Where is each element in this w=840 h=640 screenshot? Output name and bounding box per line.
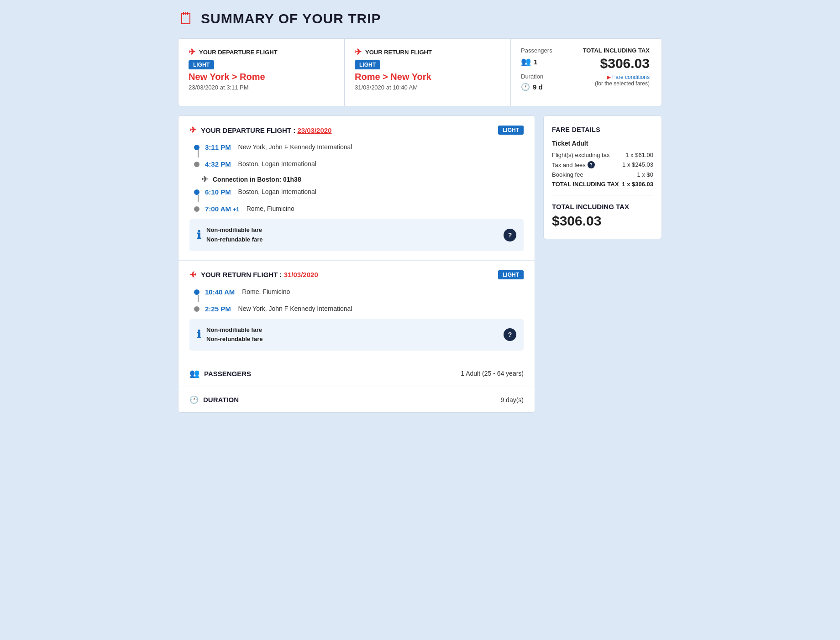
dep-place-1: New York, John F Kennedy International [236, 143, 352, 151]
ret-stop-1: 10:40 AM Rome, Fiumicino [194, 288, 524, 302]
duration-section: 🕐 DURATION 9 day(s) [178, 387, 535, 412]
departure-date: 23/03/2020 at 3:11 PM [189, 84, 334, 91]
fare-row-booking: Booking fee 1 x $0 [552, 171, 653, 178]
clock-icon: 🕐 [521, 83, 530, 91]
duration-section-title: DURATION [203, 396, 239, 404]
summary-return: ✈ YOUR RETURN FLIGHT LIGHT Rome > New Yo… [345, 39, 511, 106]
dep-section-date-link[interactable]: 23/03/2020 [297, 126, 331, 134]
dep-info-icon: ℹ [197, 229, 201, 241]
return-date: 31/03/2020 at 10:40 AM [355, 84, 500, 91]
summary-bar: ✈ YOUR DEPARTURE FLIGHT LIGHT New York >… [178, 38, 662, 106]
ret-fare-info-box: ℹ Non-modifiable fare Non-refundable far… [189, 319, 524, 351]
return-route: Rome > New York [355, 72, 500, 82]
page-title: SUMMARY OF YOUR TRIP [201, 11, 381, 26]
plane-return-icon: ✈ [355, 47, 362, 57]
fare-row-tax-label: Tax and fees ? [552, 161, 595, 168]
dep-time-1: 3:11 PM [205, 143, 231, 151]
fare-row-tax-value: 1 x $245.03 [622, 161, 653, 168]
summary-departure: ✈ YOUR DEPARTURE FLIGHT LIGHT New York >… [178, 39, 345, 106]
passengers-section: 👥 PASSENGERS 1 Adult (25 - 64 years) [178, 360, 535, 387]
dep-time-2: 4:32 PM [205, 160, 231, 168]
dep-place-2: Boston, Logan International [236, 160, 316, 168]
ret-fare-info-text: Non-modifiable fare Non-refundable fare [206, 325, 263, 345]
fare-row-total-value: 1 x $306.03 [622, 181, 653, 188]
grand-total-amount: $306.03 [552, 213, 653, 229]
fare-divider [552, 195, 653, 195]
ret-dot-2 [194, 306, 200, 312]
dep-fare-info-text: Non-modifiable fare Non-refundable fare [206, 226, 263, 245]
fare-row-total: TOTAL INCLUDING TAX 1 x $306.03 [552, 181, 653, 188]
dep-dot-4 [194, 206, 200, 212]
fare-row-total-label: TOTAL INCLUDING TAX [552, 181, 619, 188]
fare-row-tax: Tax and fees ? 1 x $245.03 [552, 161, 653, 168]
duration-label: Duration [521, 73, 560, 80]
fare-row-flights: Flight(s) excluding tax 1 x $61.00 [552, 152, 653, 158]
ret-place-2: New York, John F Kennedy International [236, 305, 352, 312]
dep-place-4: Rome, Fiumicino [245, 205, 294, 212]
dep-dot-1 [194, 145, 200, 150]
dep-dot-3 [194, 189, 200, 195]
fare-conditions-text: Fare conditions [612, 74, 650, 80]
departure-flight-section: ✈ YOUR DEPARTURE FLIGHT : 23/03/2020 LIG… [178, 116, 535, 261]
fare-arrow-icon: ▶ [607, 74, 611, 80]
grand-total-label: TOTAL INCLUDING TAX [552, 203, 653, 210]
dep-timeline-1: 3:11 PM New York, John F Kennedy Interna… [189, 143, 524, 168]
dep-stop-3: 6:10 PM Boston, Logan International [194, 188, 524, 202]
passengers-section-icon: 👥 [189, 368, 200, 378]
page-icon: 🗒 [178, 9, 194, 28]
dep-section-label: YOUR DEPARTURE FLIGHT : 23/03/2020 [201, 126, 331, 134]
fare-row-booking-value: 1 x $0 [637, 171, 653, 178]
fare-details-title: FARE DETAILS [552, 126, 653, 133]
departure-route: New York > Rome [189, 72, 334, 82]
dep-stop-4: 7:00 AM +1 Rome, Fiumicino [194, 205, 524, 213]
return-badge: LIGHT [355, 60, 380, 69]
duration-section-value: 9 day(s) [500, 396, 524, 404]
duration-section-icon: 🕐 [189, 395, 199, 404]
ret-time-2: 2:25 PM [205, 305, 231, 313]
dep-timeline-2: 6:10 PM Boston, Logan International 7:00… [189, 188, 524, 213]
fare-row-booking-label: Booking fee [552, 171, 583, 178]
fare-conditions-link[interactable]: ▶ Fare conditions (for the selected fare… [582, 74, 650, 87]
plane-departure-icon: ✈ [189, 47, 195, 57]
dep-stop-2: 4:32 PM Boston, Logan International [194, 160, 524, 168]
fare-row-flights-label: Flight(s) excluding tax [552, 152, 609, 158]
passengers-label: Passengers [521, 47, 560, 54]
ret-stop-2: 2:25 PM New York, John F Kennedy Interna… [194, 305, 524, 313]
dep-section-plane-icon: ✈ [189, 125, 196, 135]
plus1-indicator: +1 [233, 206, 239, 213]
ret-time-1: 10:40 AM [205, 288, 235, 296]
dep-stop-1: 3:11 PM New York, John F Kennedy Interna… [194, 143, 524, 157]
ret-section-plane-icon: ✈ [189, 270, 196, 280]
connection-text: Connection in Boston: 01h38 [213, 176, 301, 183]
fare-conditions-sub: (for the selected fares) [595, 80, 650, 87]
fare-row-flights-value: 1 x $61.00 [625, 152, 653, 158]
dep-fare-info-box: ℹ Non-modifiable fare Non-refundable far… [189, 219, 524, 251]
dep-time-4: 7:00 AM +1 [205, 205, 239, 213]
ret-timeline: 10:40 AM Rome, Fiumicino 2:25 PM New Yor… [189, 288, 524, 313]
flight-details-panel: ✈ YOUR DEPARTURE FLIGHT : 23/03/2020 LIG… [178, 115, 535, 413]
ret-dot-1 [194, 289, 200, 295]
dep-dot-2 [194, 162, 200, 167]
tax-info-icon[interactable]: ? [588, 161, 595, 168]
dep-place-3: Boston, Logan International [236, 188, 316, 195]
connection-icon: ✈ [201, 174, 208, 184]
fare-category: Ticket Adult [552, 140, 653, 147]
duration-value: 9 d [533, 83, 543, 91]
dep-section-badge: LIGHT [498, 126, 524, 135]
summary-passengers-duration: Passengers 👥 1 Duration 🕐 9 d [511, 39, 570, 106]
connection-row: ✈ Connection in Boston: 01h38 [189, 171, 524, 188]
dep-time-3: 6:10 PM [205, 188, 231, 196]
return-flight-section: ✈ YOUR RETURN FLIGHT : 31/03/2020 LIGHT [178, 261, 535, 361]
departure-badge: LIGHT [189, 60, 214, 69]
return-label: YOUR RETURN FLIGHT [365, 49, 432, 56]
ret-place-1: Rome, Fiumicino [240, 288, 290, 295]
passengers-section-value: 1 Adult (25 - 64 years) [461, 370, 524, 377]
fare-sidebar: FARE DETAILS Ticket Adult Flight(s) excl… [543, 115, 662, 239]
passengers-value: 1 [534, 58, 537, 66]
ret-section-badge: LIGHT [498, 270, 524, 279]
passengers-icon: 👥 [521, 57, 531, 67]
ret-help-button[interactable]: ? [504, 328, 516, 341]
total-label: TOTAL INCLUDING TAX [582, 47, 650, 54]
dep-help-button[interactable]: ? [504, 229, 516, 241]
ret-info-icon: ℹ [197, 328, 201, 341]
